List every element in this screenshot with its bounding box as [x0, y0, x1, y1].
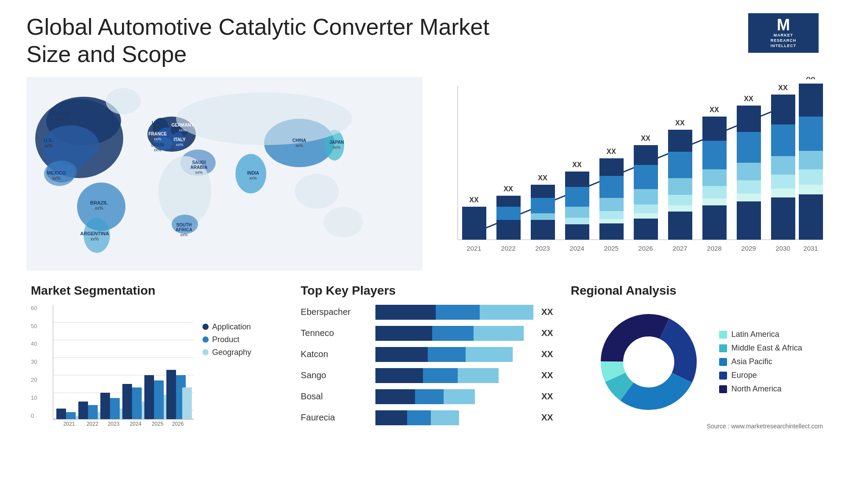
- svg-text:2025: 2025: [604, 245, 618, 252]
- svg-text:GERMANY: GERMANY: [171, 123, 194, 128]
- svg-rect-156: [166, 370, 176, 419]
- player-bar-5: [375, 410, 533, 425]
- svg-rect-111: [737, 194, 761, 201]
- svg-rect-74: [565, 187, 589, 209]
- player-faurecia: Faurecia XX: [301, 410, 553, 425]
- svg-text:SOUTH: SOUTH: [176, 223, 192, 227]
- legend-mea: Middle East & Africa: [719, 343, 802, 353]
- svg-text:xx%: xx%: [249, 176, 257, 180]
- svg-text:SAUDI: SAUDI: [192, 160, 206, 165]
- svg-rect-144: [100, 393, 110, 419]
- svg-text:XX: XX: [806, 77, 816, 80]
- svg-rect-103: [702, 186, 727, 198]
- svg-text:CHINA: CHINA: [292, 138, 306, 143]
- svg-text:XX: XX: [503, 185, 513, 193]
- player-sango: Sango XX: [301, 368, 553, 383]
- map-section: CANADA xx% U.S. xx% MEXICO xx% BRAZIL xx…: [26, 77, 422, 270]
- svg-rect-75: [565, 207, 589, 218]
- svg-rect-148: [122, 384, 132, 419]
- svg-text:XX: XX: [641, 135, 650, 142]
- player-xx-2: XX: [541, 349, 553, 359]
- svg-text:ARGENTINA: ARGENTINA: [80, 231, 109, 236]
- svg-rect-158: [182, 387, 192, 419]
- players-chart: Eberspacher XX Tenneco: [301, 305, 553, 425]
- svg-text:CANADA: CANADA: [49, 111, 70, 117]
- player-xx-4: XX: [541, 391, 553, 402]
- player-xx-1: XX: [541, 328, 553, 338]
- svg-rect-82: [599, 211, 624, 219]
- players-section: Top Key Players Eberspacher XX Tenneco: [296, 279, 557, 436]
- logo-box: M MARKET RESEARCH INTELLECT: [748, 13, 819, 53]
- svg-text:xx%: xx%: [176, 142, 183, 147]
- svg-text:2024: 2024: [569, 245, 584, 252]
- legend-color-europe: [719, 372, 727, 380]
- svg-text:2029: 2029: [741, 245, 756, 252]
- player-name-3: Sango: [301, 370, 371, 380]
- svg-text:BRAZIL: BRAZIL: [90, 200, 108, 205]
- svg-rect-125: [799, 185, 823, 194]
- svg-text:xx%: xx%: [95, 206, 103, 211]
- svg-rect-141: [88, 405, 98, 419]
- svg-text:2031: 2031: [803, 245, 818, 252]
- svg-point-165: [623, 336, 674, 387]
- segmentation-section: Market Segmentation 0 10 20 30 40 50 60: [26, 279, 287, 436]
- svg-rect-104: [702, 198, 727, 205]
- player-xx-3: XX: [541, 370, 553, 380]
- svg-text:AFRICA: AFRICA: [176, 227, 192, 232]
- legend-label-application: Application: [212, 322, 251, 332]
- svg-text:xx%: xx%: [154, 148, 161, 152]
- svg-text:XX: XX: [572, 161, 582, 168]
- svg-text:xx%: xx%: [152, 126, 160, 130]
- legend-europe: Europe: [719, 371, 802, 380]
- legend-product: Product: [202, 335, 251, 344]
- svg-text:XX: XX: [538, 174, 547, 182]
- world-map: CANADA xx% U.S. xx% MEXICO xx% BRAZIL xx…: [26, 77, 422, 270]
- logo-text: MARKET RESEARCH INTELLECT: [771, 33, 797, 48]
- player-name-5: Faurecia: [301, 413, 371, 423]
- player-bar-2: [375, 347, 533, 362]
- legend-dot-product: [202, 336, 209, 343]
- svg-text:xx%: xx%: [55, 117, 64, 122]
- segmentation-chart-svg: 2021 2022 2023: [53, 305, 194, 428]
- donut-chart-svg: [592, 305, 706, 419]
- legend-north-america: North America: [719, 384, 802, 394]
- svg-text:FRANCE: FRANCE: [148, 131, 167, 136]
- legend-label-na: North America: [731, 384, 782, 394]
- svg-text:xx%: xx%: [52, 176, 61, 181]
- svg-text:SPAIN: SPAIN: [151, 142, 164, 147]
- page-title: Global Automotive Catalytic Converter Ma…: [26, 13, 511, 68]
- legend-label-europe: Europe: [731, 371, 757, 380]
- player-bar-3: [375, 368, 533, 383]
- svg-text:2022: 2022: [87, 421, 99, 427]
- svg-rect-153: [154, 380, 164, 419]
- svg-rect-149: [132, 387, 142, 419]
- svg-text:INDIA: INDIA: [247, 171, 259, 175]
- svg-text:2026: 2026: [172, 421, 184, 427]
- svg-rect-88: [634, 189, 658, 205]
- legend-geography: Geography: [202, 348, 251, 357]
- svg-text:ITALY: ITALY: [173, 137, 186, 142]
- regional-section: Regional Analysis: [566, 279, 827, 436]
- svg-text:xx%: xx%: [295, 143, 303, 148]
- player-name-4: Bosal: [301, 391, 371, 402]
- regional-title: Regional Analysis: [571, 284, 823, 298]
- svg-point-22: [323, 207, 363, 237]
- svg-rect-97: [668, 205, 692, 212]
- player-bar-4: [375, 389, 533, 404]
- svg-rect-61: [462, 207, 486, 240]
- svg-rect-118: [771, 189, 795, 197]
- svg-point-24: [176, 92, 352, 145]
- svg-text:2021: 2021: [63, 421, 75, 427]
- svg-text:XX: XX: [709, 106, 719, 113]
- legend-label-asia: Asia Pacific: [731, 357, 772, 366]
- svg-text:2021: 2021: [467, 245, 481, 252]
- legend-asia: Asia Pacific: [719, 357, 802, 366]
- svg-rect-136: [56, 409, 66, 419]
- svg-rect-140: [78, 402, 88, 419]
- legend-color-mea: [719, 344, 727, 352]
- svg-rect-76: [565, 218, 589, 224]
- donut-legend: Latin America Middle East & Africa Asia …: [719, 330, 802, 394]
- player-eberspacher: Eberspacher XX: [301, 305, 553, 320]
- svg-point-23: [106, 88, 141, 114]
- legend-label-latin: Latin America: [731, 330, 779, 339]
